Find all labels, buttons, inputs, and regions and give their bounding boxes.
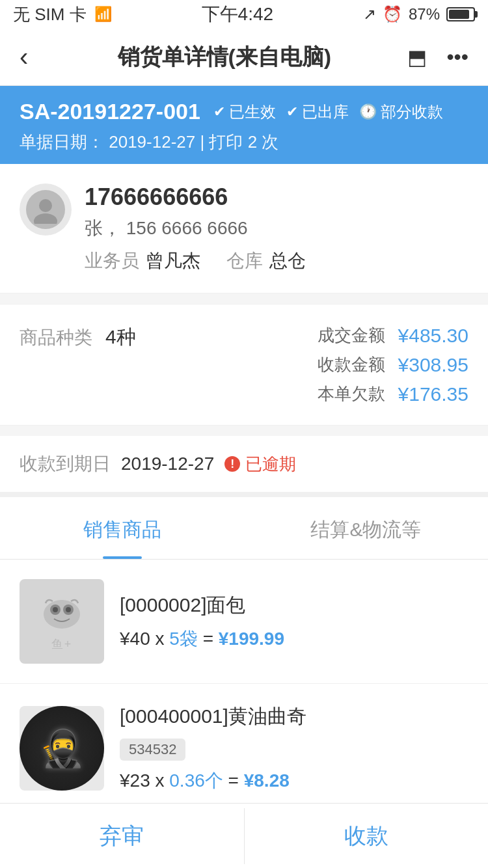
customer-name-text: 张 [85,218,103,238]
amount-value: ¥485.30 [398,325,468,347]
price-total-1: ¥199.99 [219,629,284,649]
customer-section: 17666666666 张， 156 6666 6666 业务员 曾凡杰 仓库 … [0,164,488,293]
product-name-2: [000400001]黄油曲奇 [120,703,468,730]
check-icon-2: ✔ [286,103,298,120]
summary-left: 商品种类 4种 [20,324,136,351]
sales-rep-label: 业务员 [85,249,139,273]
product-info-2: [000400001]黄油曲奇 534532 ¥23 x 0.36个 = ¥8.… [120,703,468,793]
received-value: ¥308.95 [398,354,468,376]
back-button[interactable]: ‹ [20,42,41,72]
location-icon: ↗ [363,5,376,23]
sales-rep: 业务员 曾凡杰 [85,249,200,273]
product-info-1: [0000002]面包 ¥40 x 5袋 = ¥199.99 [120,592,468,651]
product-sku-2: 534532 [120,739,185,761]
sales-rep-value: 曾凡杰 [146,249,200,273]
due-date-section: 收款到期日 2019-12-27 ! 已逾期 [0,436,488,497]
separator: | [200,132,209,152]
price-base-2: ¥23 [120,770,150,791]
wifi-icon: 📶 [94,6,112,23]
warehouse: 仓库 总仓 [226,249,306,273]
customer-meta: 业务员 曾凡杰 仓库 总仓 [85,249,468,273]
owed-row: 本单欠款 ¥176.35 [318,383,468,405]
more-icon[interactable]: ••• [446,45,468,69]
tab-settlement[interactable]: 结算&物流等 [244,497,488,559]
header-banner: SA-20191227-001 ✔ 已生效 ✔ 已出库 🕐 部分收款 单据日期：… [0,86,488,164]
tab-products[interactable]: 销售商品 [0,497,244,559]
status-left: 无 SIM 卡 📶 [13,3,112,26]
check-icon-1: ✔ [213,103,225,120]
customer-info: 17666666666 张， 156 6666 6666 业务员 曾凡杰 仓库 … [85,183,468,273]
svg-point-1 [34,213,57,224]
product-item-2: 🥷 [000400001]黄油曲奇 534532 ¥23 x 0.36个 = ¥… [0,684,488,813]
svg-point-6 [66,607,71,612]
bottom-bar: 弃审 收款 [0,803,488,868]
print-label: 打印 [209,132,243,152]
warehouse-value: 总仓 [269,249,306,273]
due-date-value: 2019-12-27 [121,454,214,474]
time-display: 下午4:42 [202,2,274,27]
battery-indicator [446,7,475,21]
status-right: ↗ ⏰ 87% [363,5,475,23]
badge-effective: ✔ 已生效 [213,102,276,122]
order-date: 2019-12-27 [109,132,195,152]
page-title: 销货单详情(来自电脑) [41,42,407,72]
product-item-1: 鱼+ [0000002]面包 ¥40 x 5袋 = ¥199.99 [0,560,488,684]
nav-actions: ⬒ ••• [407,45,468,70]
price-qty-2: 0.36个 [169,770,228,791]
price-total-2: ¥8.28 [244,770,290,791]
due-date-label: 收款到期日 [20,452,111,476]
share-icon[interactable]: ⬒ [407,45,427,70]
customer-id: 17666666666 [85,183,468,211]
summary-right: 成交金额 ¥485.30 收款金额 ¥308.95 本单欠款 ¥176.35 [318,324,468,405]
product-thumbnail-2: 🥷 [20,706,104,791]
svg-point-2 [44,600,80,629]
ninja-icon: 🥷 [40,727,85,770]
battery-text: 87% [409,5,440,23]
owed-value: ¥176.35 [398,383,468,405]
overdue-badge: ! 已逾期 [224,453,296,476]
nav-bar: ‹ 销货单详情(来自电脑) ⬒ ••• [0,29,488,86]
overdue-text: 已逾期 [245,453,296,476]
clock-icon: 🕐 [359,103,377,120]
price-base-1: ¥40 [120,629,150,649]
badge-partial: 🕐 部分收款 [359,102,443,122]
product-price-2: ¥23 x 0.36个 = ¥8.28 [120,768,468,793]
price-qty-1: 5袋 [169,629,202,649]
product-price-1: ¥40 x 5袋 = ¥199.99 [120,627,468,651]
tabs-section: 销售商品 结算&物流等 [0,497,488,560]
badge-shipped: ✔ 已出库 [286,102,349,122]
warehouse-label: 仓库 [226,249,263,273]
amount-row: 成交金额 ¥485.30 [318,324,468,347]
cancel-review-button[interactable]: 弃审 [0,808,245,864]
svg-point-5 [53,607,58,612]
product-image-2: 🥷 [20,706,104,791]
order-date-row: 单据日期： 2019-12-27 | 打印 2 次 [20,131,468,154]
owed-label: 本单欠款 [318,383,385,405]
product-image-1: 鱼+ [20,579,104,664]
type-label: 商品种类 [20,325,92,350]
overdue-icon: ! [224,456,240,472]
date-label: 单据日期： [20,132,104,152]
print-count: 2 [248,132,257,152]
avatar [20,183,72,236]
summary-section: 商品种类 4种 成交金额 ¥485.30 收款金额 ¥308.95 本单欠款 ¥… [0,304,488,426]
received-label: 收款金额 [318,353,385,376]
product-thumbnail-1: 鱼+ [20,579,104,664]
type-count: 4种 [105,324,136,351]
products-list: 鱼+ [0000002]面包 ¥40 x 5袋 = ¥199.99 🥷 [000 [0,560,488,813]
status-badges: ✔ 已生效 ✔ 已出库 🕐 部分收款 [213,102,443,122]
amount-label: 成交金额 [318,324,385,347]
collect-payment-button[interactable]: 收款 [245,808,489,864]
status-bar: 无 SIM 卡 📶 下午4:42 ↗ ⏰ 87% [0,0,488,29]
print-suffix: 次 [262,132,278,152]
received-row: 收款金额 ¥308.95 [318,353,468,376]
order-id: SA-20191227-001 [20,99,200,124]
customer-phone-text: 156 6666 6666 [126,218,248,238]
product-name-1: [0000002]面包 [120,592,468,619]
carrier-text: 无 SIM 卡 [13,3,87,26]
alarm-icon: ⏰ [383,5,402,23]
svg-point-0 [39,199,52,212]
customer-name-phone: 张， 156 6666 6666 [85,216,468,241]
avatar-icon [26,190,65,229]
